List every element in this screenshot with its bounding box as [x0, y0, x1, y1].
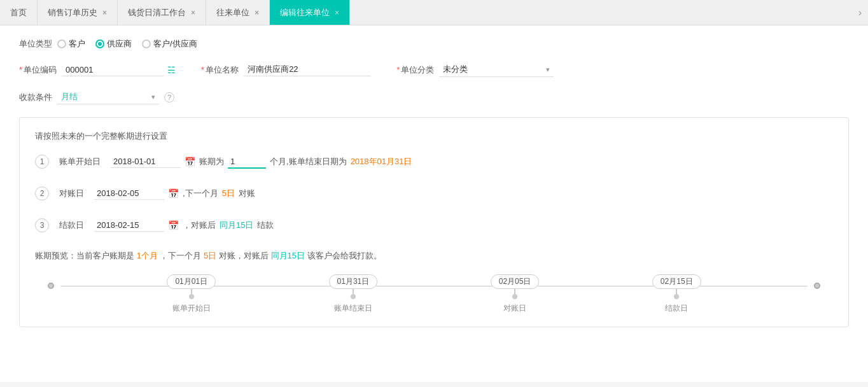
unit-code-copy-icon[interactable]: ☵ [167, 65, 176, 75]
timeline-label-4: 结款日 [665, 303, 688, 314]
unit-code-input[interactable] [62, 64, 164, 76]
step-date-input-1[interactable] [111, 155, 181, 168]
timeline-container: 01月01日 账单开始日 01月31日 账单结束日 02月05日 [35, 274, 833, 314]
unit-category-label: 单位分类 [401, 64, 434, 76]
step-period-input[interactable] [228, 155, 266, 169]
tab-home[interactable]: 首页 [0, 0, 38, 25]
timeline-nodes: 01月01日 账单开始日 01月31日 账单结束日 02月05日 [48, 274, 820, 314]
timeline-start-dot [48, 283, 54, 289]
preview-suffix: 该客户会给我打款。 [307, 251, 382, 260]
radio-customer-supplier-circle [142, 39, 151, 48]
unit-info-row: * 单位编码 ☵ * 单位名称 * 单位分类 未分类 ▾ [19, 62, 849, 77]
payment-terms-arrow-icon: ▾ [151, 93, 155, 101]
step-cal-icon-2[interactable]: 📅 [168, 188, 179, 199]
timeline-node-2: 01月31日 账单结束日 [329, 274, 378, 314]
radio-customer[interactable]: 客户 [57, 38, 85, 50]
timeline-badge-3: 02月05日 [491, 274, 540, 289]
timeline-badge-4: 02月15日 [652, 274, 701, 289]
tab-sales-history[interactable]: 销售订单历史 × [38, 0, 118, 25]
unit-category-value: 未分类 [443, 64, 546, 75]
tab-edit-partner-close[interactable]: × [335, 8, 339, 17]
tab-edit-partner-label: 编辑往来单位 [280, 7, 330, 18]
unit-name-group: * 单位名称 [201, 64, 371, 76]
tab-cash-work-close[interactable]: × [191, 8, 195, 17]
step-num-2: 2 [35, 186, 49, 201]
radio-customer-supplier[interactable]: 客户/供应商 [142, 38, 197, 50]
step-cal-icon-1[interactable]: 📅 [185, 157, 195, 167]
unit-category-select[interactable]: 未分类 ▾ [439, 62, 554, 77]
step-highlight-1: 2018年01月31日 [351, 156, 412, 167]
tab-partner-unit-close[interactable]: × [255, 8, 259, 17]
timeline-node-1: 01月01日 账单开始日 [167, 274, 216, 314]
period-settings-section: 请按照未来的一个完整帐期进行设置 1 账单开始日 📅 账期为 个月,账单结束日期… [19, 117, 849, 327]
timeline-connector-3 [514, 289, 515, 294]
unit-name-label: 单位名称 [206, 64, 239, 76]
step-cal-icon-3[interactable]: 📅 [168, 220, 179, 230]
tab-sales-history-close[interactable]: × [102, 8, 107, 17]
step-label-1: 账单开始日 [59, 156, 101, 167]
unit-name-input[interactable] [244, 64, 371, 76]
tab-sales-history-label: 销售订单历史 [48, 7, 97, 18]
tab-more-button[interactable]: › [852, 7, 868, 18]
timeline-label-2: 账单结束日 [334, 303, 372, 314]
unit-category-required: * [396, 65, 400, 74]
radio-customer-circle [57, 39, 66, 48]
tab-edit-partner[interactable]: 编辑往来单位 × [270, 0, 350, 25]
step-label-2: 对账日 [59, 188, 84, 199]
timeline-connector-4 [676, 289, 677, 294]
step-suffix-3: 结款 [257, 220, 274, 231]
preview-label: 账期预览：当前客户账期是 [35, 251, 134, 260]
unit-category-group: * 单位分类 未分类 ▾ [396, 62, 554, 77]
payment-terms-label: 收款条件 [19, 92, 52, 103]
timeline-start-circle [48, 283, 54, 289]
timeline-node-3: 02月05日 对账日 [491, 274, 540, 314]
timeline-end-circle [814, 283, 820, 289]
unit-type-row: 单位类型 客户 供应商 客户/供应商 [19, 38, 849, 50]
payment-terms-dropdown[interactable]: 月结 ▾ [57, 90, 159, 104]
step-num-3: 3 [35, 218, 49, 232]
tab-partner-unit-label: 往来单位 [216, 7, 249, 18]
step-date-input-2[interactable] [94, 187, 164, 200]
timeline-label-1: 账单开始日 [172, 303, 211, 314]
radio-customer-label: 客户 [69, 38, 85, 50]
unit-code-required: * [19, 65, 22, 74]
unit-type-radio-group: 客户 供应商 客户/供应商 [57, 38, 197, 50]
preview-part1: 1个月 [137, 251, 158, 260]
timeline-dot-4 [674, 294, 679, 299]
timeline-dot-2 [351, 294, 356, 299]
radio-customer-supplier-label: 客户/供应商 [153, 38, 197, 50]
timeline-end-dot [814, 283, 820, 289]
step-suffix-1: 个月,账单结束日期为 [270, 156, 347, 167]
radio-supplier-label: 供应商 [107, 38, 132, 50]
payment-terms-row: 收款条件 月结 ▾ ? [19, 90, 849, 104]
radio-supplier[interactable]: 供应商 [95, 38, 132, 50]
timeline-badge-1: 01月01日 [167, 274, 216, 289]
section-title: 请按照未来的一个完整帐期进行设置 [35, 130, 833, 142]
step-mid-text-2: ,下一个月 [183, 188, 218, 199]
preview-sep2: 对账，对账后 [219, 251, 269, 260]
tab-cash-work[interactable]: 钱货日清工作台 × [118, 0, 206, 25]
preview-part2: 5日 [204, 251, 216, 260]
step-row-1: 1 账单开始日 📅 账期为 个月,账单结束日期为 2018年01月31日 [35, 155, 833, 169]
unit-code-label: 单位编码 [24, 64, 57, 76]
timeline-dot-3 [512, 294, 517, 299]
step-date-input-3[interactable] [94, 219, 164, 232]
step-num-1: 1 [35, 155, 49, 169]
step-highlight-2: 5日 [222, 188, 235, 199]
payment-terms-help-icon[interactable]: ? [164, 92, 174, 102]
tabs-bar: 首页 销售订单历史 × 钱货日清工作台 × 往来单位 × 编辑往来单位 × › [0, 0, 868, 25]
tab-partner-unit[interactable]: 往来单位 × [206, 0, 270, 25]
preview-text: 账期预览：当前客户账期是 1个月 ，下一个月 5日 对账，对账后 同月15日 该… [35, 250, 833, 262]
payment-terms-value: 月结 [61, 91, 151, 102]
main-content: 单位类型 客户 供应商 客户/供应商 * 单位编码 ☵ * 单位名称 [0, 25, 868, 382]
radio-supplier-circle [95, 39, 104, 48]
step-suffix-2: 对账 [239, 188, 255, 199]
step-mid-text-1: 账期为 [199, 156, 224, 167]
preview-sep1: ，下一个月 [160, 251, 201, 260]
unit-name-required: * [201, 65, 204, 74]
timeline-connector-1 [191, 289, 192, 294]
preview-part3: 同月15日 [271, 251, 305, 260]
unit-category-arrow-icon: ▾ [546, 66, 550, 74]
step-row-2: 2 对账日 📅 ,下一个月 5日 对账 [35, 186, 833, 201]
timeline-connector-2 [353, 289, 354, 294]
